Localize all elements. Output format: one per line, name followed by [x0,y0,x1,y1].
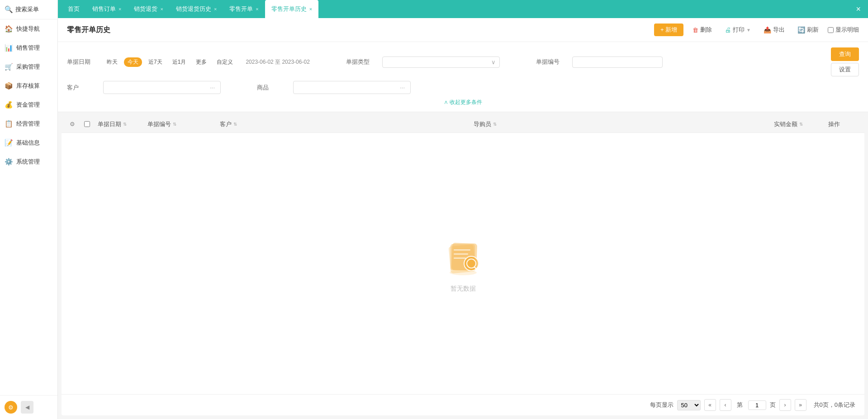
page-header: 零售开单历史 + 新增 🗑 删除 🖨 打印 ▼ 📤 导出 🔄 [58,18,868,42]
tab-retail-open-label: 零售开单 [229,5,253,13]
date-option-custom[interactable]: 自定义 [213,57,237,67]
date-option-today[interactable]: 今天 [124,57,142,67]
page-input[interactable] [748,400,766,410]
customer-dots[interactable]: ··· [206,82,218,93]
basic-info-icon: 📝 [5,139,13,147]
empty-state-text: 暂无数据 [451,285,476,293]
operations-icon: 📋 [5,120,13,128]
customer-filter-container: ··· [103,81,221,94]
print-button[interactable]: 🖨 打印 ▼ [721,24,754,36]
date-filter-label: 单据日期 [67,58,94,66]
num-filter-input[interactable] [572,56,663,68]
export-button[interactable]: 📤 导出 [760,24,788,36]
select-all-checkbox[interactable] [84,121,90,127]
table-settings-icon[interactable]: ⚙ [65,121,80,127]
col-customer[interactable]: 客户 ⇅ [216,120,470,128]
page-label: 第 [737,401,743,409]
tab-home[interactable]: 首页 [62,0,86,18]
refresh-button[interactable]: 🔄 刷新 [794,24,822,36]
sidebar-item-label: 销售管理 [16,44,40,52]
collapse-sidebar-button[interactable]: ◀ [21,401,33,414]
tab-sales-return-history-close[interactable]: × [214,6,217,12]
main-area: 首页 销售订单 × 销货退货 × 销货退货历史 × 零售开单 × 零售开单历史 … [58,0,868,419]
display-cols-label: 显示明细 [835,26,859,34]
prev-page-button[interactable]: ‹ [720,399,731,411]
goods-filter-label: 商品 [257,84,284,92]
content-area: 零售开单历史 + 新增 🗑 删除 🖨 打印 ▼ 📤 导出 🔄 [58,18,868,419]
print-dropdown-icon: ▼ [746,28,751,33]
delete-icon: 🗑 [693,27,698,33]
sidebar-item-label: 快捷导航 [16,25,40,33]
tab-sales-order[interactable]: 销售订单 × [86,0,128,18]
tab-sales-return[interactable]: 销货退货 × [128,0,169,18]
date-option-more[interactable]: 更多 [192,57,210,67]
sidebar-search-label: 搜索采单 [15,5,39,14]
date-option-yesterday[interactable]: 昨天 [103,57,121,67]
col-guide[interactable]: 导购员 ⇅ [470,120,524,128]
sidebar-search[interactable]: 🔍 搜索采单 [0,0,57,19]
col-num-label: 单据编号 [147,120,171,128]
filter-area: 单据日期 昨天 今天 近7天 近1月 更多 自定义 2023-06-02 至 2… [58,42,868,112]
per-page-label: 每页显示 [650,401,674,409]
date-option-7days[interactable]: 近7天 [145,57,166,67]
settings-button[interactable]: ⚙ [5,401,17,414]
sales-icon: 📊 [5,44,13,52]
type-filter-label: 单据类型 [346,58,373,66]
tab-bar-close-all[interactable]: × [852,5,864,14]
empty-state: 暂无数据 [62,133,864,394]
add-button[interactable]: + 新增 [654,24,683,36]
col-num[interactable]: 单据编号 ⇅ [144,120,216,128]
settings-button-filter[interactable]: 设置 [831,63,859,76]
sidebar-item-label: 经营管理 [16,120,40,128]
tab-retail-history[interactable]: 零售开单历史 × [265,0,318,18]
type-filter-select[interactable]: ∨ [382,56,500,68]
col-amount[interactable]: 实销金额 ⇅ [770,120,825,128]
col-customer-sort-icon: ⇅ [233,122,237,127]
customer-filter-input[interactable] [105,82,206,93]
sidebar-item-purchase-mgmt[interactable]: 🛒 采购管理 [0,57,57,76]
sidebar-item-quick-nav[interactable]: 🏠 快捷导航 [0,19,57,38]
tab-sales-return-close[interactable]: × [160,6,163,12]
sidebar-item-label: 库存核算 [16,82,40,90]
sidebar-item-system-mgmt[interactable]: ⚙️ 系统管理 [0,152,57,171]
sidebar-item-finance[interactable]: 💰 资金管理 [0,95,57,114]
tab-sales-return-history[interactable]: 销货退货历史 × [170,0,223,18]
display-cols-checkbox[interactable]: 显示明细 [828,26,859,34]
sidebar-item-label: 系统管理 [16,158,40,166]
tab-retail-open-close[interactable]: × [256,6,258,12]
type-dropdown-icon: ∨ [491,59,496,66]
col-amount-label: 实销金额 [774,120,797,128]
query-settings-group: 查询 设置 [831,47,859,76]
sidebar-item-operations[interactable]: 📋 经营管理 [0,114,57,133]
next-page-button[interactable]: › [779,399,791,411]
print-icon: 🖨 [725,26,731,33]
delete-label: 删除 [700,26,712,34]
customer-filter-label: 客户 [67,84,94,92]
refresh-label: 刷新 [807,26,819,34]
collapse-conditions-bar[interactable]: ∧ 收起更多条件 [67,99,859,106]
col-guide-sort-icon: ⇅ [493,122,497,127]
sidebar: 🔍 搜索采单 🏠 快捷导航 📊 销售管理 🛒 采购管理 📦 库存核算 💰 资金管… [0,0,58,419]
tab-retail-open[interactable]: 零售开单 × [223,0,265,18]
col-guide-label: 导购员 [474,120,491,128]
tab-retail-history-close[interactable]: × [309,6,312,12]
sidebar-item-inventory[interactable]: 📦 库存核算 [0,76,57,95]
delete-button[interactable]: 🗑 删除 [689,24,716,36]
col-date[interactable]: 单据日期 ⇅ [94,120,144,128]
sidebar-item-basic-info[interactable]: 📝 基础信息 [0,133,57,152]
query-button[interactable]: 查询 [831,47,859,61]
table-select-all[interactable] [80,121,94,127]
per-page-select[interactable]: 50 10 20 100 [677,400,701,410]
goods-dots[interactable]: ··· [396,82,408,93]
goods-filter-container: ··· [293,81,411,94]
tab-sales-order-close[interactable]: × [119,6,121,12]
date-option-1month[interactable]: 近1月 [169,57,190,67]
first-page-button[interactable]: « [704,399,716,411]
display-cols-input[interactable] [828,27,834,33]
sidebar-item-sales-mgmt[interactable]: 📊 销售管理 [0,38,57,57]
filter-row-1: 单据日期 昨天 今天 近7天 近1月 更多 自定义 2023-06-02 至 2… [67,47,859,76]
page-title: 零售开单历史 [67,25,110,35]
goods-filter-input[interactable] [295,82,396,93]
date-options: 昨天 今天 近7天 近1月 更多 自定义 [103,57,237,67]
last-page-button[interactable]: » [795,399,806,411]
